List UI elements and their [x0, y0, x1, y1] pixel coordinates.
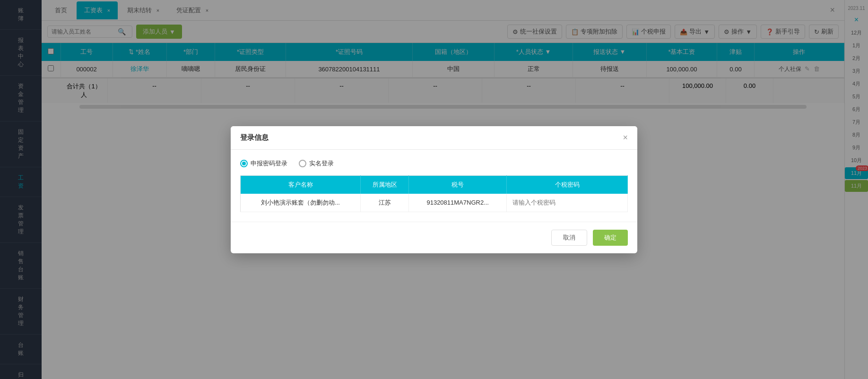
inner-col-client-name: 客户名称: [241, 175, 361, 194]
dialog-title: 登录信息: [240, 133, 269, 142]
confirm-button[interactable]: 确定: [593, 230, 628, 246]
dialog-footer: 取消 确定: [231, 222, 637, 253]
login-info-table: 客户名称 所属地区 税号 个税密码 刘小艳演示账套（勿删勿动... 江苏 913…: [240, 175, 628, 212]
login-dialog: 登录信息 × 申报密码登录 实名登录 客户名称 所属地区: [231, 126, 637, 253]
dialog-body: 申报密码登录 实名登录 客户名称 所属地区 税号 个税密码: [231, 150, 637, 222]
radio-pwd-btn[interactable]: [240, 160, 248, 167]
radio-real-login[interactable]: 实名登录: [299, 159, 334, 168]
inner-col-tax-password: 个税密码: [507, 175, 628, 194]
inner-cell-client-name: 刘小艳演示账套（勿删勿动...: [241, 194, 361, 212]
radio-real-btn[interactable]: [299, 160, 306, 167]
inner-col-tax-id: 税号: [409, 175, 507, 194]
inner-cell-tax-password[interactable]: [507, 194, 628, 212]
dialog-close-button[interactable]: ×: [623, 133, 628, 143]
login-type-radio-group: 申报密码登录 实名登录: [240, 159, 628, 168]
radio-pwd-login[interactable]: 申报密码登录: [240, 159, 287, 168]
inner-cell-region: 江苏: [361, 194, 409, 212]
inner-cell-tax-id: 91320811MA7NGR2...: [409, 194, 507, 212]
modal-overlay: 登录信息 × 申报密码登录 实名登录 客户名称 所属地区: [0, 0, 868, 379]
cancel-button[interactable]: 取消: [551, 230, 587, 246]
tax-password-input[interactable]: [512, 199, 622, 206]
inner-table-row: 刘小艳演示账套（勿删勿动... 江苏 91320811MA7NGR2...: [241, 194, 628, 212]
inner-col-region: 所属地区: [361, 175, 409, 194]
dialog-header: 登录信息 ×: [231, 126, 637, 150]
